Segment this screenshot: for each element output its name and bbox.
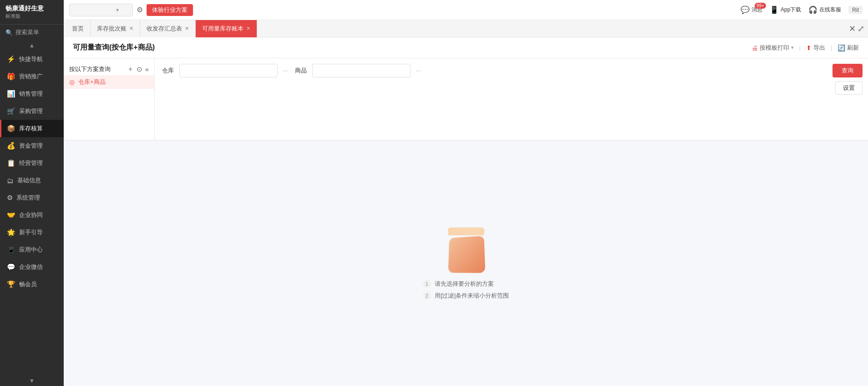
empty-tip-1-text: 请先选择要分析的方案 <box>435 280 494 288</box>
sidebar-item-basic-info[interactable]: 🗂基础信息 <box>0 172 64 189</box>
user-menu[interactable]: Rit <box>848 6 863 14</box>
tab-collect-summary[interactable]: 收发存汇总表✕ <box>140 20 196 37</box>
wechat-icon: 💬 <box>7 263 15 271</box>
tab-label: 库存批次账 <box>97 25 127 33</box>
sidebar-item-system[interactable]: ⚙系统管理 <box>0 189 64 206</box>
sidebar-item-finance[interactable]: 💰资金管理 <box>0 137 64 154</box>
empty-illustration <box>443 227 489 273</box>
sidebar-logo: 畅康通好生意 标准版 <box>0 0 64 25</box>
maximize-btn[interactable]: ⤢ <box>858 24 864 34</box>
tabs-bar: 首页库存批次账✕收发存汇总表✕可用量库存账本✕ ✕ ⤢ <box>64 20 868 37</box>
app-download-label: App下载 <box>781 6 801 14</box>
sidebar-item-inventory[interactable]: 📦库存核算 <box>0 120 64 137</box>
sidebar-item-sales[interactable]: 📊销售管理 <box>0 85 64 103</box>
tab-close-btn[interactable]: ✕ <box>185 26 189 31</box>
nav-item-label: 销售管理 <box>19 90 43 98</box>
basic-info-icon: 🗂 <box>7 177 14 185</box>
page-title: 可用量查询(按仓库+商品) <box>73 43 155 52</box>
query-settings-button[interactable]: 设置 <box>835 81 863 95</box>
scheme-icon: ◎ <box>69 78 75 86</box>
scheme-item-label: 仓库+商品 <box>78 78 106 86</box>
tab-home[interactable]: 首页 <box>66 20 91 37</box>
close-all-tabs-btn[interactable]: ✕ <box>849 24 856 34</box>
sidebar-scroll-up[interactable]: ▲ <box>0 40 64 51</box>
nav-item-label: 采购管理 <box>19 107 43 115</box>
sidebar-item-app-center[interactable]: 📱应用中心 <box>0 241 64 258</box>
query-btn-area: 查询 设置 <box>827 58 868 140</box>
topbar-search-wrap[interactable]: ▾ <box>69 4 133 16</box>
tab-batch-account[interactable]: 库存批次账✕ <box>91 20 140 37</box>
content-area: 可用量查询(按仓库+商品) 🖨 按模板打印 ▾ | ⬆ 导出 | 🔄 刷新 <box>64 37 868 386</box>
messages-btn[interactable]: 💬 消息 99+ <box>741 5 762 14</box>
refresh-btn[interactable]: 🔄 刷新 <box>838 44 859 52</box>
sidebar-item-guide[interactable]: 🌟新手引导 <box>0 224 64 241</box>
nav-item-label: 库存核算 <box>19 124 43 133</box>
empty-tip-2: 2 用[过滤]条件来缩小分析范围 <box>423 292 509 300</box>
tab-close-btn[interactable]: ✕ <box>129 26 133 31</box>
search-icon: 🔍 <box>5 29 13 36</box>
topbar-settings-btn[interactable]: ⚙ <box>137 5 143 14</box>
empty-state: 1 请先选择要分析的方案 2 用[过滤]条件来缩小分析范围 <box>64 140 868 386</box>
tab-label: 首页 <box>72 25 84 33</box>
topbar-dropdown-btn[interactable]: ▾ <box>116 7 119 13</box>
print-dropdown-icon[interactable]: ▾ <box>791 45 794 51</box>
filter-goods-label: 商品 <box>295 67 309 75</box>
customer-service-btn[interactable]: 🎧 在线客服 <box>808 5 841 14</box>
tab-close-btn[interactable]: ✕ <box>246 26 250 31</box>
sidebar-item-enterprise[interactable]: 🤝企业协同 <box>0 206 64 224</box>
filter-warehouse-label: 仓库 <box>162 67 176 75</box>
page-header: 可用量查询(按仓库+商品) 🖨 按模板打印 ▾ | ⬆ 导出 | 🔄 刷新 <box>64 37 868 58</box>
customer-service-icon: 🎧 <box>808 5 817 14</box>
nav-item-label: 畅会员 <box>19 280 37 288</box>
sidebar-search[interactable]: 🔍 搜索菜单 <box>0 25 64 40</box>
filter-goods-input[interactable] <box>312 64 411 77</box>
sidebar-item-purchase[interactable]: 🛒采购管理 <box>0 103 64 120</box>
message-icon: 💬 <box>741 5 750 14</box>
member-icon: 🏆 <box>7 280 15 288</box>
sales-icon: 📊 <box>7 90 15 98</box>
messages-badge: 99+ <box>755 3 766 9</box>
topbar-right: 💬 消息 99+ 📱 App下载 🎧 在线客服 Rit <box>741 5 863 14</box>
tab-label: 收发存汇总表 <box>147 25 182 33</box>
app-download-btn[interactable]: 📱 App下载 <box>770 5 801 14</box>
collapse-scheme-btn[interactable]: « <box>145 65 149 73</box>
filter-warehouse-input[interactable] <box>179 64 278 77</box>
sidebar-item-wechat[interactable]: 💬企业微信 <box>0 258 64 276</box>
query-schemes-panel: 按以下方案查询 ＋ ⊙ « ◎ 仓库+商品 <box>64 58 155 140</box>
empty-tip-2-text: 用[过滤]条件来缩小分析范围 <box>435 292 509 300</box>
nav-item-label: 企业协同 <box>19 211 43 219</box>
page-actions: 🖨 按模板打印 ▾ | ⬆ 导出 | 🔄 刷新 <box>751 44 859 52</box>
app-version: 标准版 <box>5 13 58 20</box>
query-button[interactable]: 查询 <box>832 64 863 77</box>
filter-goods-more[interactable]: ··· <box>414 67 422 74</box>
sidebar-scroll-down[interactable]: ▼ <box>0 376 64 386</box>
print-btn[interactable]: 🖨 按模板打印 ▾ <box>751 44 794 52</box>
tab-available-qty[interactable]: 可用量库存账本✕ <box>196 20 257 37</box>
nav-item-label: 系统管理 <box>16 194 40 202</box>
add-scheme-btn[interactable]: ＋ <box>127 65 134 73</box>
purchase-icon: 🛒 <box>7 107 15 115</box>
operations-icon: 📋 <box>7 159 15 167</box>
guide-icon: 🌟 <box>7 228 15 237</box>
sidebar-nav: ⚡快捷导航🎁营销推广📊销售管理🛒采购管理📦库存核算💰资金管理📋经营管理🗂基础信息… <box>0 51 64 376</box>
empty-texts: 1 请先选择要分析的方案 2 用[过滤]条件来缩小分析范围 <box>423 280 509 300</box>
sidebar-item-marketing[interactable]: 🎁营销推广 <box>0 68 64 85</box>
export-btn[interactable]: ⬆ 导出 <box>806 44 825 52</box>
trial-btn[interactable]: 体验行业方案 <box>147 4 193 16</box>
sidebar-item-operations[interactable]: 📋经营管理 <box>0 154 64 172</box>
sidebar-item-member[interactable]: 🏆畅会员 <box>0 276 64 293</box>
user-label: Rit <box>852 7 859 13</box>
manage-scheme-btn[interactable]: ⊙ <box>137 65 142 73</box>
empty-box-top <box>447 227 484 235</box>
main-area: ▾ ⚙ 体验行业方案 💬 消息 99+ 📱 App下载 🎧 在线客服 Rit <box>64 0 868 386</box>
topbar: ▾ ⚙ 体验行业方案 💬 消息 99+ 📱 App下载 🎧 在线客服 Rit <box>64 0 868 20</box>
filter-warehouse-more[interactable]: ··· <box>281 67 289 74</box>
sidebar-item-quick-nav[interactable]: ⚡快捷导航 <box>0 51 64 68</box>
scheme-item-warehouse-goods[interactable]: ◎ 仓库+商品 <box>64 75 154 89</box>
nav-item-label: 企业微信 <box>19 263 43 271</box>
print-label: 按模板打印 <box>760 44 789 52</box>
filter-warehouse-group: 仓库 ··· <box>162 64 289 77</box>
empty-box <box>448 236 485 273</box>
nav-item-label: 资金管理 <box>19 142 43 150</box>
topbar-search-input[interactable] <box>73 7 114 13</box>
